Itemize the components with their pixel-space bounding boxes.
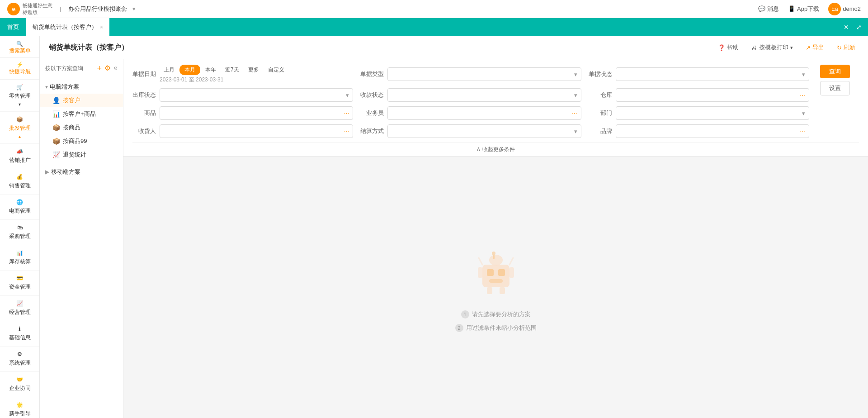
scheme-item-return-stats[interactable]: 📈 退货统计 <box>40 148 123 162</box>
warehouse-dots-icon: ··· <box>800 91 805 99</box>
print-icon: 🖨 <box>751 44 757 51</box>
scheme-item-by-customer-goods[interactable]: 📊 按客户+商品 <box>40 107 123 121</box>
scheme-group-desktop-header[interactable]: ▾ 电脑端方案 <box>40 80 123 94</box>
out-status-input[interactable]: ▾ <box>160 88 353 102</box>
print-button[interactable]: 🖨 按模板打印 ▾ <box>748 42 797 53</box>
collapse-row[interactable]: ∧ 收起更多条件 <box>132 142 859 156</box>
settlement-arrow-icon: ▾ <box>574 128 577 135</box>
goods-input[interactable]: ··· <box>160 106 353 120</box>
sidebar-nav[interactable]: ⚡ 快捷导航 <box>0 58 39 80</box>
query-button[interactable]: 查询 <box>820 65 850 78</box>
salesperson-label: 业务员 <box>360 109 384 117</box>
more-date-btn[interactable]: 更多 <box>244 65 263 75</box>
content-area: 销货单统计表（按客户） ❓ 帮助 🖨 按模板打印 ▾ ↗ 导出 ↻ 刷新 <box>40 36 868 418</box>
filter-panel: 单据日期 上月 本月 本年 近7天 更多 自定义 <box>123 59 868 157</box>
wholesale-icon: 📦 <box>16 116 23 123</box>
filter-row-2: 出库状态 ▾ 收款状态 <box>132 88 809 102</box>
7days-btn[interactable]: 近7天 <box>221 65 243 75</box>
department-input[interactable]: ▾ <box>616 106 809 120</box>
empty-hint-1: 1 请先选择要分析的方案 <box>461 310 531 318</box>
sidebar-item-basic[interactable]: ℹ 基础信息 <box>0 321 39 347</box>
filter-cell-warehouse: 仓库 ··· <box>589 88 809 102</box>
svg-point-10 <box>489 255 503 266</box>
settings-button[interactable]: 设置 <box>820 81 850 95</box>
sidebar-search[interactable]: 🔍 搜索菜单 <box>0 36 39 58</box>
warehouse-label: 仓库 <box>589 91 612 99</box>
newbie-icon: 🌟 <box>16 402 23 408</box>
sidebar-item-marketing[interactable]: 📣 营销推广 <box>0 144 39 169</box>
prev-month-btn[interactable]: 上月 <box>160 65 179 75</box>
sidebar-item-ecommerce[interactable]: 🌐 电商管理 <box>0 195 39 220</box>
filter-cell-payment-status: 收款状态 ▾ <box>360 88 581 102</box>
filter-fields: 单据日期 上月 本月 本年 近7天 更多 自定义 <box>132 65 859 138</box>
filter-cell-order-type: 单据类型 ▾ <box>360 65 581 84</box>
tab-restore-icon[interactable]: ✕ <box>842 22 851 33</box>
date-label: 单据日期 <box>132 70 156 78</box>
order-status-label: 单据状态 <box>589 70 612 78</box>
tab-home[interactable]: 首页 <box>0 18 26 36</box>
brand-input[interactable]: ··· <box>616 124 809 138</box>
goods-dots-icon: ··· <box>344 109 349 117</box>
page-header: 销货单统计表（按客户） ❓ 帮助 🖨 按模板打印 ▾ ↗ 导出 ↻ 刷新 <box>40 36 868 59</box>
sidebar-item-retail[interactable]: 🛒 零售管理 ▾ <box>0 80 39 112</box>
sidebar-item-newbie[interactable]: 🌟 新手引导 <box>0 397 39 418</box>
settlement-input[interactable]: ▾ <box>387 124 581 138</box>
date-range-display: 2023-03-01 至 2023-03-31 <box>160 76 353 84</box>
export-button[interactable]: ↗ 导出 <box>802 42 828 53</box>
sidebar-item-wholesale[interactable]: 📦 批发管理 ▴ <box>0 112 39 144</box>
settings-scheme-icon[interactable]: ⚙ <box>104 64 111 73</box>
warehouse-input[interactable]: ··· <box>616 88 809 102</box>
collapse-panel-icon[interactable]: « <box>113 64 118 73</box>
tab-active[interactable]: 销货单统计表（按客户） × <box>26 18 109 36</box>
tab-close-icon[interactable]: × <box>100 24 103 30</box>
sidebar-item-sales[interactable]: 💰 销售管理 <box>0 169 39 195</box>
desktop-group-arrow-icon: ▾ <box>45 84 48 90</box>
svg-rect-3 <box>487 269 494 276</box>
sidebar-item-cooperation[interactable]: 🤝 企业协同 <box>0 372 39 397</box>
sidebar-item-purchase[interactable]: 🛍 采购管理 <box>0 220 39 245</box>
sidebar-item-operation[interactable]: 📈 经营管理 <box>0 296 39 321</box>
inventory-icon: 📊 <box>16 250 23 256</box>
order-status-input[interactable]: ▾ <box>616 67 809 81</box>
goods99-scheme-icon: 📦 <box>52 138 60 145</box>
export-icon: ↗ <box>806 44 811 51</box>
avatar: Ea <box>828 3 841 15</box>
help-icon: ❓ <box>718 44 725 51</box>
main-content: 按以下方案查询 + ⚙ « ▾ 电脑端方案 👤 按客户 <box>40 59 868 418</box>
brand-dots-icon: ··· <box>800 128 805 135</box>
payment-status-input[interactable]: ▾ <box>387 88 581 102</box>
scheme-group-mobile: ▶ 移动端方案 <box>40 163 123 180</box>
scheme-item-by-goods99[interactable]: 📦 按商品99 <box>40 134 123 148</box>
custom-date-btn[interactable]: 自定义 <box>264 65 288 75</box>
logo-icon: 畅 <box>7 3 20 15</box>
help-button[interactable]: ❓ 帮助 <box>714 42 742 53</box>
scheme-item-by-customer[interactable]: 👤 按客户 <box>40 94 123 107</box>
sidebar-item-system[interactable]: ⚙ 系统管理 <box>0 347 39 372</box>
salesperson-dots-icon: ··· <box>572 109 577 117</box>
top-title-dropdown-icon[interactable]: ▾ <box>132 5 136 12</box>
order-status-arrow-icon: ▾ <box>802 71 805 78</box>
sales-icon: 💰 <box>16 174 23 180</box>
user-menu[interactable]: Ea demo2 <box>828 3 861 15</box>
filter-cell-brand: 品牌 ··· <box>589 124 809 138</box>
order-type-input[interactable]: ▾ <box>387 67 581 81</box>
scheme-item-by-goods[interactable]: 📦 按商品 <box>40 121 123 134</box>
sidebar-item-finance[interactable]: 💳 资金管理 <box>0 271 39 296</box>
this-month-btn[interactable]: 本月 <box>179 65 200 75</box>
filter-row-1: 单据日期 上月 本月 本年 近7天 更多 自定义 <box>132 65 809 84</box>
operation-icon: 📈 <box>16 300 23 307</box>
receiver-input[interactable]: ··· <box>160 124 353 138</box>
refresh-button[interactable]: ↻ 刷新 <box>833 42 859 53</box>
basic-icon: ℹ <box>19 326 21 332</box>
sidebar-item-inventory[interactable]: 📊 库存核算 <box>0 245 39 271</box>
download-icon: 📱 <box>788 5 795 12</box>
app-download-button[interactable]: 📱 App下载 <box>788 5 819 13</box>
tab-maximize-icon[interactable]: ⤢ <box>854 22 863 33</box>
tab-bar-actions: ✕ ⤢ <box>842 22 868 33</box>
salesperson-input[interactable]: ··· <box>387 106 581 120</box>
order-type-arrow-icon: ▾ <box>574 71 577 78</box>
scheme-group-mobile-header[interactable]: ▶ 移动端方案 <box>40 165 123 179</box>
message-button[interactable]: 💬 消息 <box>758 5 779 13</box>
this-year-btn[interactable]: 本年 <box>201 65 220 75</box>
add-scheme-icon[interactable]: + <box>97 64 102 73</box>
